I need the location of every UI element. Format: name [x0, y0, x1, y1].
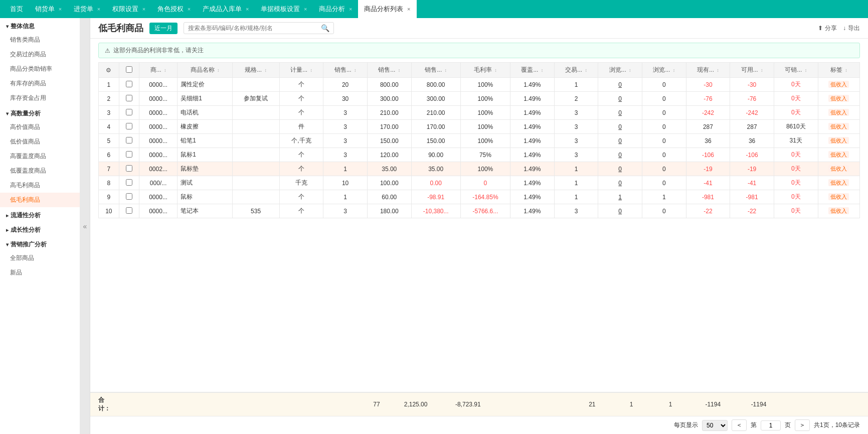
nav-item-permissions[interactable]: 权限设置 × — [106, 0, 151, 18]
page-size-select[interactable]: 50 100 200 — [702, 420, 728, 431]
cell-browse1[interactable]: 1 — [598, 190, 642, 204]
col-sellable[interactable]: 可销... ↕ — [774, 63, 818, 78]
row-checkbox[interactable] — [126, 193, 132, 200]
cell-checkbox[interactable] — [119, 120, 139, 134]
close-icon[interactable]: × — [407, 6, 410, 12]
sidebar-group-circulation[interactable]: ▸ 流通性分析 — [0, 207, 80, 222]
sidebar-group-overall[interactable]: ▾ 整体信息 — [0, 18, 80, 33]
nav-item-roles[interactable]: 角色授权 × — [151, 0, 197, 18]
page-number-input[interactable] — [761, 420, 781, 430]
cell-current-stock: -981 — [686, 190, 730, 204]
col-gross-margin[interactable]: 毛利率 ↕ — [460, 63, 510, 78]
sidebar-item-in-stock[interactable]: 有库存的商品 — [0, 76, 80, 91]
col-spec[interactable]: 规格... ↕ — [232, 63, 279, 78]
cell-checkbox[interactable] — [119, 190, 139, 204]
col-current-stock[interactable]: 现有... ↕ — [686, 63, 730, 78]
row-checkbox[interactable] — [126, 179, 132, 186]
cell-browse1[interactable]: 0 — [598, 134, 642, 148]
page-label: 第 — [751, 421, 757, 429]
cell-browse1[interactable]: 0 — [598, 148, 642, 162]
nav-item-analysis-list[interactable]: 商品分析列表 × — [358, 0, 416, 18]
nav-item-purchase[interactable]: 进货单 × — [68, 0, 106, 18]
row-checkbox[interactable] — [126, 109, 132, 115]
sidebar-item-low-margin[interactable]: 低毛利商品 — [0, 193, 80, 207]
sidebar-item-high-coverage[interactable]: 高覆盖度商品 — [0, 149, 80, 164]
row-checkbox[interactable] — [126, 123, 132, 129]
cell-browse1[interactable]: 0 — [598, 120, 642, 134]
cell-checkbox[interactable] — [119, 162, 139, 176]
cell-sales-profit: 35.00 — [411, 162, 460, 176]
row-checkbox[interactable] — [126, 95, 132, 101]
col-sales-profit[interactable]: 销售... ↕ — [411, 63, 460, 78]
row-checkbox[interactable] — [126, 207, 132, 214]
sidebar-item-low-value[interactable]: 低价值商品 — [0, 134, 80, 149]
table-row: 5 0000... 铅笔1 个,千克 3 150.00 150.00 100% … — [99, 134, 860, 148]
sidebar-group-growth[interactable]: ▸ 成长性分析 — [0, 222, 80, 236]
sidebar-item-new-products[interactable]: 新品 — [0, 265, 80, 280]
nav-item-home[interactable]: 首页 — [4, 0, 29, 18]
period-button[interactable]: 近一月 — [149, 23, 178, 34]
search-input[interactable] — [188, 25, 319, 32]
share-button[interactable]: ⬆ 分享 — [818, 24, 837, 33]
search-icon[interactable]: 🔍 — [321, 24, 329, 32]
nav-item-products[interactable]: 产成品入库单 × — [197, 0, 255, 18]
col-browse1[interactable]: 浏览... ↕ — [598, 63, 642, 78]
close-icon[interactable]: × — [188, 6, 191, 12]
cell-browse1[interactable]: 0 — [598, 204, 642, 218]
cell-checkbox[interactable] — [119, 176, 139, 190]
close-icon[interactable]: × — [349, 6, 352, 12]
prev-page-button[interactable]: ＜ — [732, 419, 747, 431]
sidebar-item-traded-products[interactable]: 交易过的商品 — [0, 47, 80, 62]
col-settings[interactable]: ⚙ — [99, 63, 119, 78]
col-coverage[interactable]: 覆盖... ↕ — [510, 63, 555, 78]
cell-checkbox[interactable] — [119, 134, 139, 148]
cell-checkbox[interactable] — [119, 148, 139, 162]
nav-item-templates[interactable]: 单据模板设置 × — [255, 0, 313, 18]
row-checkbox[interactable] — [126, 81, 132, 87]
close-icon[interactable]: × — [304, 6, 307, 12]
sidebar-item-capital[interactable]: 库存资金占用 — [0, 91, 80, 105]
sidebar-item-low-coverage[interactable]: 低覆盖度商品 — [0, 164, 80, 178]
sidebar-group-value-analysis[interactable]: ▾ 高数量分析 — [0, 105, 80, 120]
col-sales-price[interactable]: 销售... ↕ — [367, 63, 411, 78]
close-icon[interactable]: × — [142, 6, 145, 12]
cell-checkbox[interactable] — [119, 204, 139, 218]
col-sales-qty[interactable]: 销售... ↕ — [323, 63, 368, 78]
close-icon[interactable]: × — [59, 6, 62, 12]
sidebar-group-marketing[interactable]: ▾ 营销推广分析 — [0, 236, 80, 251]
cell-browse1[interactable]: 0 — [598, 176, 642, 190]
col-tag[interactable]: 标签 ↕ — [818, 63, 859, 78]
col-available[interactable]: 可用... ↕ — [730, 63, 774, 78]
cell-tag: 低收入 — [818, 190, 859, 204]
sidebar-item-sales-products[interactable]: 销售类商品 — [0, 33, 80, 47]
nav-item-sales[interactable]: 销货单 × — [29, 0, 68, 18]
cell-browse1[interactable]: 0 — [598, 78, 642, 92]
col-transaction[interactable]: 交易... ↕ — [554, 63, 598, 78]
export-button[interactable]: ↓ 导出 — [843, 24, 860, 33]
sidebar-item-high-margin[interactable]: 高毛利商品 — [0, 178, 80, 193]
col-code[interactable]: 商... ↕ — [139, 63, 178, 78]
row-checkbox[interactable] — [126, 151, 132, 158]
row-checkbox[interactable] — [126, 165, 132, 172]
sidebar-item-all-products[interactable]: 全部商品 — [0, 251, 80, 265]
cell-checkbox[interactable] — [119, 92, 139, 106]
select-all-checkbox[interactable] — [126, 66, 132, 73]
cell-tag: 低收入 — [818, 92, 859, 106]
next-page-button[interactable]: ＞ — [795, 419, 810, 431]
cell-browse1[interactable]: 0 — [598, 92, 642, 106]
cell-browse1[interactable]: 0 — [598, 162, 642, 176]
cell-checkbox[interactable] — [119, 106, 139, 120]
close-icon[interactable]: × — [246, 6, 249, 12]
sidebar-item-category-rate[interactable]: 商品分类助销率 — [0, 62, 80, 76]
cell-current-stock: 36 — [686, 134, 730, 148]
cell-browse1[interactable]: 0 — [598, 106, 642, 120]
col-browse2[interactable]: 浏览... ↕ — [642, 63, 686, 78]
row-checkbox[interactable] — [126, 137, 132, 143]
sidebar-collapse-btn[interactable]: « — [80, 18, 90, 434]
close-icon[interactable]: × — [97, 6, 100, 12]
nav-item-analysis[interactable]: 商品分析 × — [313, 0, 358, 18]
sidebar-item-high-value[interactable]: 高价值商品 — [0, 120, 80, 134]
col-name[interactable]: 商品名称 ↕ — [178, 63, 232, 78]
cell-checkbox[interactable] — [119, 78, 139, 92]
col-unit[interactable]: 计量... ↕ — [279, 63, 323, 78]
